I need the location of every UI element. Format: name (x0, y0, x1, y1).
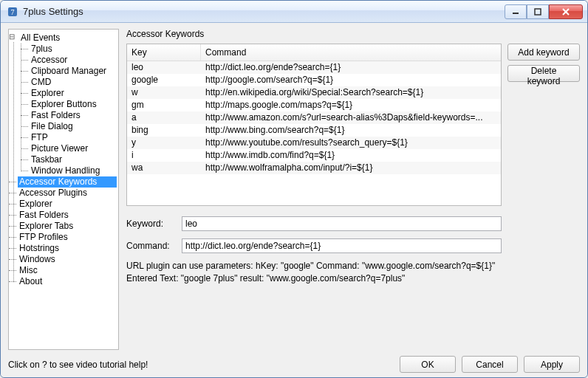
cell-key: a (127, 111, 201, 124)
ok-button[interactable]: OK (400, 356, 456, 373)
delete-keyword-button[interactable]: Delete keyword (507, 65, 580, 82)
cell-command: http://www.bing.com/search?q=${1} (201, 124, 501, 137)
window-buttons (505, 4, 583, 19)
tree-item[interactable]: Hotstrings (18, 243, 117, 254)
tree-item[interactable]: Explorer Tabs (18, 221, 117, 232)
keyword-input[interactable] (182, 216, 502, 231)
tree-item[interactable]: About (18, 276, 117, 287)
tree-item[interactable]: 7plus (30, 44, 117, 55)
svg-text:7: 7 (11, 8, 15, 16)
cell-key: y (127, 137, 201, 149)
keyword-label: Keyword: (126, 219, 182, 229)
tree-item[interactable]: Window Handling (30, 165, 117, 176)
panel-heading: Accessor Keywords (126, 29, 580, 39)
footer-hint: Click on ? to see video tutorial help! (8, 360, 148, 370)
cell-key: i (127, 149, 201, 162)
help-text-line2: Entered Text: "google 7plus" result: "ww… (126, 273, 502, 284)
col-header-command[interactable]: Command (201, 44, 501, 61)
tree-root-all-events[interactable]: All Events (18, 32, 117, 43)
app-icon: 7 (7, 6, 18, 18)
cell-command: http://www.amazon.com/s?url=search-alias… (201, 111, 501, 124)
cell-key: leo (127, 61, 201, 74)
table-row[interactable]: whttp://en.wikipedia.org/wiki/Special:Se… (127, 86, 501, 99)
cell-command: http://www.wolframalpha.com/input/?i=${1… (201, 162, 501, 174)
table-row[interactable]: leohttp://dict.leo.org/ende?search={1} (127, 61, 501, 74)
tree-item[interactable]: FTP (30, 132, 117, 143)
cell-command: http://dict.leo.org/ende?search={1} (201, 61, 501, 74)
tree-item[interactable]: Explorer (30, 88, 117, 99)
titlebar: 7 7plus Settings (1, 1, 587, 23)
command-label: Command: (126, 241, 182, 251)
settings-tree[interactable]: All Events 7plusAccessorClipboard Manage… (8, 29, 119, 350)
table-row[interactable]: googlehttp://google.com/search?q=${1} (127, 74, 501, 86)
app-window: 7 7plus Settings All Events 7plusAccesso… (0, 0, 588, 378)
table-row[interactable]: wahttp://www.wolframalpha.com/input/?i=$… (127, 162, 501, 174)
add-keyword-button[interactable]: Add keyword (507, 44, 580, 61)
table-row[interactable]: ihttp://www.imdb.com/find?q=${1} (127, 149, 501, 162)
tree-item[interactable]: Clipboard Manager (30, 66, 117, 77)
cell-key: gm (127, 99, 201, 111)
tree-item[interactable]: Misc (18, 265, 117, 276)
table-row[interactable]: binghttp://www.bing.com/search?q=${1} (127, 124, 501, 137)
table-row[interactable]: gmhttp://maps.google.com/maps?q=${1} (127, 99, 501, 111)
tree-item[interactable]: FTP Profiles (18, 232, 117, 243)
tree-item[interactable]: File Dialog (30, 121, 117, 132)
tree-item[interactable]: CMD (30, 77, 117, 88)
tree-item[interactable]: Taskbar (30, 154, 117, 165)
tree-item[interactable]: Accessor Keywords (18, 176, 117, 188)
command-input[interactable] (182, 238, 502, 253)
table-header: Key Command (127, 44, 501, 61)
keywords-table[interactable]: Key Command leohttp://dict.leo.org/ende?… (126, 44, 502, 206)
cell-command: http://maps.google.com/maps?q=${1} (201, 99, 501, 111)
tree-item[interactable]: Explorer Buttons (30, 99, 117, 110)
tree-item[interactable]: Accessor Plugins (18, 188, 117, 199)
tree-item[interactable]: Accessor (30, 55, 117, 66)
cancel-button[interactable]: Cancel (462, 356, 518, 373)
window-title: 7plus Settings (23, 6, 83, 17)
tree-item[interactable]: Picture Viewer (30, 143, 117, 154)
tree-item[interactable]: Windows (18, 254, 117, 265)
client-area: All Events 7plusAccessorClipboard Manage… (1, 23, 587, 377)
table-row[interactable]: ahttp://www.amazon.com/s?url=search-alia… (127, 111, 501, 124)
tree-item[interactable]: Explorer (18, 199, 117, 210)
tree-item[interactable]: Fast Folders (18, 210, 117, 221)
cell-command: http://www.youtube.com/results?search_qu… (201, 137, 501, 149)
cell-key: google (127, 74, 201, 86)
close-button[interactable] (549, 4, 583, 19)
cell-command: http://google.com/search?q=${1} (201, 74, 501, 86)
table-row[interactable]: yhttp://www.youtube.com/results?search_q… (127, 137, 501, 149)
cell-command: http://www.imdb.com/find?q=${1} (201, 149, 501, 162)
col-header-key[interactable]: Key (127, 44, 201, 61)
cell-command: http://en.wikipedia.org/wiki/Special:Sea… (201, 86, 501, 99)
cell-key: w (127, 86, 201, 99)
help-text-line1: URL plugin can use parameters: hKey: "go… (126, 261, 502, 272)
minimize-button[interactable] (505, 4, 527, 19)
cell-key: bing (127, 124, 201, 137)
maximize-button[interactable] (527, 4, 549, 19)
apply-button[interactable]: Apply (524, 356, 580, 373)
svg-rect-3 (535, 9, 541, 15)
tree-item[interactable]: Fast Folders (30, 110, 117, 121)
footer: Click on ? to see video tutorial help! O… (8, 350, 580, 373)
cell-key: wa (127, 162, 201, 174)
